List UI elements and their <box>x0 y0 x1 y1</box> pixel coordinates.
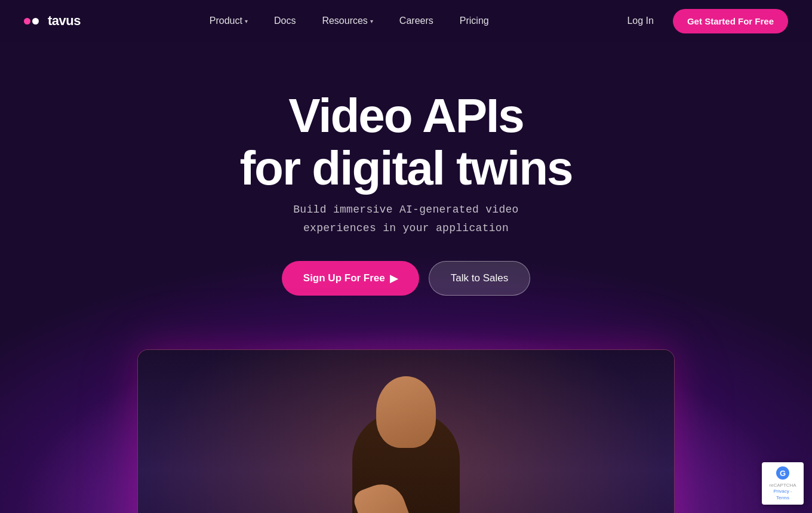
product-chevron-icon: ▾ <box>245 18 248 24</box>
nav-docs[interactable]: Docs <box>263 11 306 31</box>
recaptcha-badge: G reCAPTCHA Privacy - Terms <box>762 462 804 505</box>
nav-links: Product ▾ Docs Resources ▾ Careers <box>199 11 500 31</box>
logo-text: tavus <box>48 13 81 29</box>
navbar: tavus Product ▾ Docs Resources ▾ <box>0 0 812 42</box>
nav-right: Log In Get Started For Free <box>617 9 788 33</box>
svg-text:G: G <box>780 469 786 478</box>
talk-sales-button[interactable]: Talk to Sales <box>429 261 530 296</box>
logo-link[interactable]: tavus <box>24 13 81 29</box>
nav-product[interactable]: Product ▾ <box>199 11 259 31</box>
resources-chevron-icon: ▾ <box>370 18 373 24</box>
video-section: Try talking to Carter <box>125 349 687 513</box>
nav-careers[interactable]: Careers <box>389 11 444 31</box>
logo-icon <box>24 14 43 27</box>
hero-title: Video APIs for digital twins <box>12 90 800 195</box>
login-button[interactable]: Log In <box>617 11 663 31</box>
hero-subtitle: Build immersive AI-generated video exper… <box>12 201 800 237</box>
video-card: Try talking to Carter <box>137 349 675 513</box>
logo-dot-pink <box>24 18 30 24</box>
person-head <box>376 376 436 448</box>
play-icon: ▶ <box>390 272 398 285</box>
hero-section: Video APIs for digital twins Build immer… <box>0 42 812 349</box>
logo-dot-white <box>32 18 39 24</box>
video-scene <box>138 350 674 513</box>
recaptcha-text: reCAPTCHA Privacy - Terms <box>767 483 799 501</box>
hero-actions: Sign Up For Free ▶ Talk to Sales <box>12 261 800 296</box>
person-shape <box>259 365 553 513</box>
get-started-button[interactable]: Get Started For Free <box>673 9 788 33</box>
nav-resources[interactable]: Resources ▾ <box>311 11 383 31</box>
recaptcha-logo: G <box>776 466 790 483</box>
signup-button[interactable]: Sign Up For Free ▶ <box>282 261 419 296</box>
nav-pricing[interactable]: Pricing <box>449 11 500 31</box>
